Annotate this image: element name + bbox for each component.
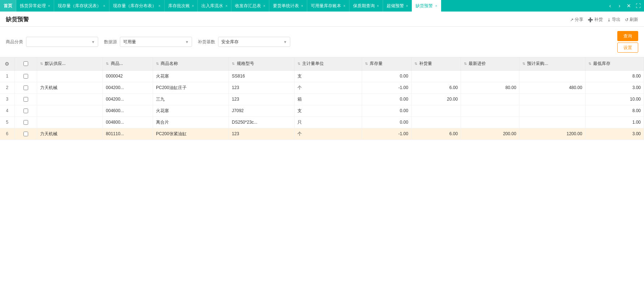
table-row: 3 004200... 三九 123 箱 0.00 20.00 10.00 bbox=[0, 93, 644, 105]
settings-button[interactable]: 设置 bbox=[617, 43, 638, 53]
tab-label: 现存量（库存分布表） bbox=[113, 3, 156, 9]
col-product-name[interactable]: ⇅ 商品名称 bbox=[153, 57, 229, 70]
table-header-row: ⚙ ⇅ 默认供应... ⇅ 商品... bbox=[0, 57, 644, 70]
row-product-name: 火花塞 bbox=[153, 70, 229, 82]
row-min-stock: 3.00 bbox=[585, 128, 644, 140]
nav-tab-batch-account[interactable]: 库存批次账 × bbox=[165, 0, 198, 12]
close-tab-icon[interactable]: × bbox=[435, 4, 437, 8]
category-select[interactable]: ▼ bbox=[26, 37, 98, 47]
chevron-down-icon: ▼ bbox=[283, 40, 287, 44]
nav-tab-shortage[interactable]: 缺货预警 × bbox=[412, 0, 441, 12]
table-row: 6 力天机械 801110... PC200张紧油缸 123 个 -1.00 6… bbox=[0, 128, 644, 140]
close-tab-icon[interactable]: × bbox=[48, 4, 50, 8]
row-checkbox[interactable] bbox=[23, 74, 28, 79]
close-current-button[interactable]: ✕ bbox=[625, 1, 633, 10]
col-settings: ⚙ bbox=[0, 57, 14, 70]
chevron-down-icon: ▼ bbox=[91, 40, 95, 44]
nav-next-button[interactable]: › bbox=[615, 1, 624, 10]
row-replenish-qty bbox=[411, 105, 461, 116]
main-content: 缺货预警 ↗ 分享 ➕ 补货 ⤓ 导出 ↺ 刷新 商品分类 bbox=[0, 12, 644, 287]
sort-icon: ⇅ bbox=[464, 62, 467, 66]
nav-tab-available-ledger[interactable]: 可用量库存账本 × bbox=[307, 0, 349, 12]
table-container: ⚙ ⇅ 默认供应... ⇅ 商品... bbox=[0, 57, 644, 140]
nav-prev-button[interactable]: ‹ bbox=[606, 1, 614, 10]
query-button[interactable]: 查询 bbox=[617, 31, 638, 41]
tab-label: 出入库流水 bbox=[201, 3, 223, 9]
col-min-stock[interactable]: ⇅ 最低库存 bbox=[585, 57, 644, 70]
row-checkbox[interactable] bbox=[23, 97, 28, 102]
row-unit: 箱 bbox=[294, 93, 362, 105]
nav-tab-inventory-dist[interactable]: 现存量（库存分布表） × bbox=[109, 0, 165, 12]
share-icon: ↗ bbox=[570, 17, 574, 22]
row-stock-qty: 0.00 bbox=[362, 70, 411, 82]
top-nav: 首页 拣货异常处理 × 现存量（库存状况表） × 现存量（库存分布表） × 库存… bbox=[0, 0, 644, 12]
row-spec: 123 bbox=[229, 128, 294, 140]
replenish-base-value: 安全库存 bbox=[221, 39, 239, 45]
row-est-purchase: 480.00 bbox=[519, 82, 586, 93]
replenish-icon: ➕ bbox=[588, 17, 593, 22]
sort-icon: ⇅ bbox=[297, 62, 300, 66]
col-default-supplier[interactable]: ⇅ 默认供应... bbox=[37, 57, 103, 70]
replenish-base-filter-group: 补货基数 安全库存 ▼ bbox=[198, 37, 290, 47]
row-est-purchase: 1200.00 bbox=[519, 128, 586, 140]
row-product-code: 801110... bbox=[103, 128, 153, 140]
row-min-stock: 10.00 bbox=[585, 93, 644, 105]
close-tab-icon[interactable]: × bbox=[103, 4, 105, 8]
row-checkbox[interactable] bbox=[23, 132, 28, 136]
close-all-button[interactable]: ⛶ bbox=[634, 1, 643, 10]
row-checkbox[interactable] bbox=[23, 109, 28, 113]
row-default-supplier: 力天机械 bbox=[37, 82, 103, 93]
share-button[interactable]: ↗ 分享 bbox=[570, 17, 583, 23]
category-filter-group: 商品分类 ▼ bbox=[6, 37, 98, 47]
nav-tab-expiry-query[interactable]: 保质期查询 × bbox=[349, 0, 383, 12]
row-stock-qty: -1.00 bbox=[362, 128, 411, 140]
row-checkbox[interactable] bbox=[23, 120, 28, 125]
row-product-code: 004200... bbox=[103, 82, 153, 93]
replenish-base-select[interactable]: 安全库存 ▼ bbox=[218, 37, 290, 47]
row-checkbox-cell bbox=[14, 105, 37, 116]
nav-tab-inventory-status[interactable]: 现存量（库存状况表） × bbox=[54, 0, 109, 12]
sort-icon: ⇅ bbox=[156, 62, 159, 66]
gear-icon[interactable]: ⚙ bbox=[5, 61, 9, 67]
datasource-value: 可用量 bbox=[123, 39, 136, 45]
row-checkbox-cell bbox=[14, 70, 37, 82]
close-tab-icon[interactable]: × bbox=[406, 4, 408, 8]
close-tab-icon[interactable]: × bbox=[263, 4, 265, 8]
row-product-code: 0000042 bbox=[103, 70, 153, 82]
tab-label: 超储预警 bbox=[387, 3, 404, 9]
chevron-down-icon: ▼ bbox=[185, 40, 189, 44]
header-actions: ↗ 分享 ➕ 补货 ⤓ 导出 ↺ 刷新 bbox=[570, 17, 638, 23]
nav-tab-receipt-summary[interactable]: 收发存汇总表 × bbox=[231, 0, 269, 12]
close-tab-icon[interactable]: × bbox=[225, 4, 227, 8]
nav-tab-demand-stats[interactable]: 要货单统计表 × bbox=[269, 0, 307, 12]
close-tab-icon[interactable]: × bbox=[343, 4, 345, 8]
row-latest-price: 80.00 bbox=[461, 82, 519, 93]
col-product-code[interactable]: ⇅ 商品... bbox=[103, 57, 153, 70]
nav-tab-overstock[interactable]: 超储预警 × bbox=[383, 0, 412, 12]
replenish-button[interactable]: ➕ 补货 bbox=[588, 17, 603, 23]
datasource-filter-group: 数据源 可用量 ▼ bbox=[104, 37, 192, 47]
col-unit[interactable]: ⇅ 主计量单位 bbox=[294, 57, 362, 70]
close-tab-icon[interactable]: × bbox=[377, 4, 379, 8]
refresh-button[interactable]: ↺ 刷新 bbox=[625, 17, 638, 23]
nav-tab-inout-flow[interactable]: 出入库流水 × bbox=[198, 0, 231, 12]
select-all-checkbox[interactable] bbox=[23, 61, 28, 66]
col-stock-qty[interactable]: ⇅ 库存量 bbox=[362, 57, 411, 70]
close-tab-icon[interactable]: × bbox=[158, 4, 161, 8]
nav-tab-home[interactable]: 首页 bbox=[0, 0, 16, 12]
col-est-purchase[interactable]: ⇅ 预计采购... bbox=[519, 57, 586, 70]
tab-label: 可用量库存账本 bbox=[311, 3, 341, 9]
row-latest-price bbox=[461, 93, 519, 105]
close-tab-icon[interactable]: × bbox=[192, 4, 194, 8]
row-replenish-qty: 20.00 bbox=[411, 93, 461, 105]
col-replenish-qty[interactable]: ⇅ 补货量 bbox=[411, 57, 461, 70]
col-spec[interactable]: ⇅ 规格型号 bbox=[229, 57, 294, 70]
tab-label: 库存批次账 bbox=[168, 3, 190, 9]
col-latest-price[interactable]: ⇅ 最新进价 bbox=[461, 57, 519, 70]
nav-tab-defect-process[interactable]: 拣货异常处理 × bbox=[16, 0, 54, 12]
row-checkbox[interactable] bbox=[23, 85, 28, 90]
datasource-select[interactable]: 可用量 ▼ bbox=[120, 37, 192, 47]
close-tab-icon[interactable]: × bbox=[301, 4, 303, 8]
category-label: 商品分类 bbox=[6, 39, 23, 45]
export-button[interactable]: ⤓ 导出 bbox=[607, 17, 621, 23]
